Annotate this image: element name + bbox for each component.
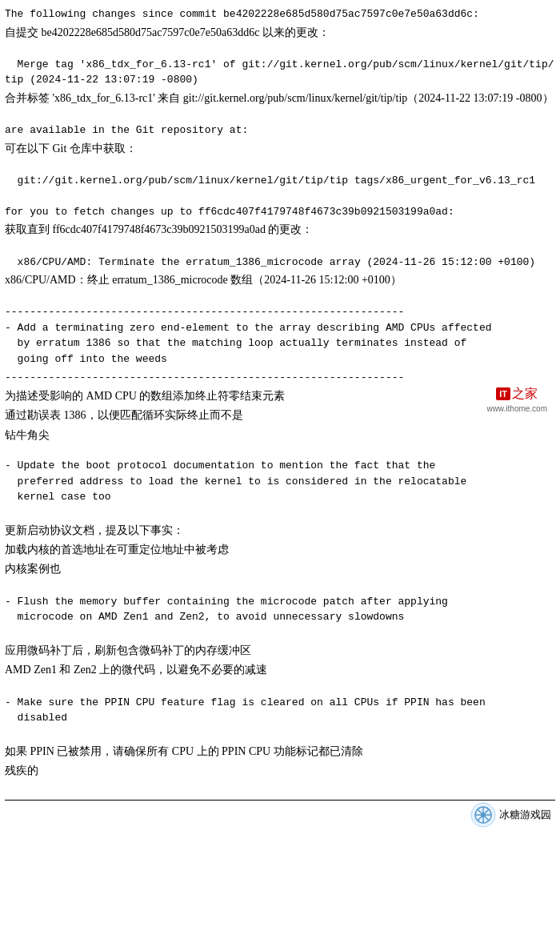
make-sure-cn-line2: 残疾的 — [5, 762, 555, 780]
add-terminating-section: - Add a terminating zero end-element to … — [5, 320, 555, 367]
bottom-section: 冰糖游戏园 — [5, 800, 555, 832]
main-content: The following changes since commit be420… — [5, 6, 555, 832]
svg-point-6 — [481, 813, 486, 817]
terminate-section: x86/CPU/AMD: Terminate the erratum_1386_… — [5, 255, 555, 290]
ithome-url: www.ithome.com — [486, 404, 547, 413]
cn-watermark-block: 为描述受影响的 AMD CPU 的数组添加终止符零结束元素 通过勘误表 1386… — [5, 386, 555, 446]
it-logo: IT — [496, 387, 510, 400]
make-sure-section: - Make sure the PPIN CPU feature flag is… — [5, 695, 555, 726]
flush-memory-line1: - Flush the memory buffer containing the… — [5, 594, 555, 610]
ithome-watermark: IT 之家 www.ithome.com — [486, 386, 547, 413]
fetch-line1: for you to fetch changes up to ff6cdc407… — [5, 204, 555, 220]
header-line1: The following changes since commit be420… — [5, 6, 555, 22]
divider1: ----------------------------------------… — [5, 304, 555, 320]
update-boot-line1: - Update the boot protocol documentation… — [5, 458, 555, 474]
make-sure-cn-line1: 如果 PPIN 已被禁用，请确保所有 CPU 上的 PPIN CPU 功能标记都… — [5, 743, 555, 760]
add-terminating-cn-block: 为描述受影响的 AMD CPU 的数组添加终止符零结束元素 通过勘误表 1386… — [5, 386, 555, 446]
terminate-line2-cn: x86/CPU/AMD：终止 erratum_1386_microcode 数组… — [5, 271, 555, 289]
merge-tag-section: Merge tag 'x86_tdx_for_6.13-rc1' of git:… — [5, 57, 555, 107]
bottom-divider — [5, 800, 555, 801]
update-boot-cn-line1: 更新启动协议文档，提及以下事实： — [5, 522, 555, 540]
flush-memory-line2: microcode on AMD Zen1 and Zen2, to avoid… — [5, 609, 555, 625]
header-line2-cn: 自提交 be4202228e685d580d75ac7597c0e7e50a63… — [5, 24, 555, 42]
available-section: are available in the Git repository at: … — [5, 122, 555, 158]
merge-tag-line1: Merge tag 'x86_tdx_for_6.13-rc1' of git:… — [5, 57, 555, 88]
update-boot-line2: preferred address to load the kernel to … — [5, 474, 555, 490]
available-line1: are available in the Git repository at: — [5, 122, 555, 138]
update-boot-line3: kernel case too — [5, 489, 555, 505]
header-section: The following changes since commit be420… — [5, 6, 555, 42]
zixun-text: 之家 — [512, 386, 538, 403]
repo-section: git://git.kernel.org/pub/scm/linux/kerne… — [5, 173, 555, 189]
flush-memory-cn-line2: AMD Zen1 和 Zen2 上的微代码，以避免不必要的减速 — [5, 661, 555, 679]
make-sure-line2: disabled — [5, 710, 555, 726]
make-sure-cn-section: 如果 PPIN 已被禁用，请确保所有 CPU 上的 PPIN CPU 功能标记都… — [5, 743, 555, 781]
flush-memory-section: - Flush the memory buffer containing the… — [5, 594, 555, 625]
terminate-line1: x86/CPU/AMD: Terminate the erratum_1386_… — [5, 255, 555, 271]
flush-memory-cn-line1: 应用微码补丁后，刷新包含微码补丁的内存缓冲区 — [5, 642, 555, 660]
add-term-line1: - Add a terminating zero end-element to … — [5, 320, 555, 336]
add-term-line3: going off into the weeds — [5, 351, 555, 367]
bingtan-watermark: 冰糖游戏园 — [470, 802, 551, 828]
bingtan-text: 冰糖游戏园 — [499, 808, 551, 822]
update-boot-section: - Update the boot protocol documentation… — [5, 458, 555, 505]
add-term-cn-line3: 钻牛角尖 — [5, 427, 555, 444]
ithome-logo-group: IT 之家 — [496, 386, 538, 403]
add-term-cn-line1: 为描述受影响的 AMD CPU 的数组添加终止符零结束元素 — [5, 387, 555, 405]
fetch-line2-cn: 获取直到 ff6cdc407f4179748f4673c39b092150319… — [5, 221, 555, 239]
divider2: ----------------------------------------… — [5, 370, 555, 386]
available-line2-cn: 可在以下 Git 仓库中获取： — [5, 140, 555, 158]
update-boot-cn-section: 更新启动协议文档，提及以下事实： 加载内核的首选地址在可重定位地址中被考虑 内核… — [5, 522, 555, 579]
update-boot-cn-line3: 内核案例也 — [5, 560, 555, 578]
fetch-section: for you to fetch changes up to ff6cdc407… — [5, 204, 555, 239]
repo-line1: git://git.kernel.org/pub/scm/linux/kerne… — [5, 173, 555, 189]
add-term-line2: by erratum 1386 so that the matching loo… — [5, 335, 555, 351]
merge-tag-line2-cn: 合并标签 'x86_tdx_for_6.13-rc1' 来自 git://git… — [5, 90, 555, 107]
update-boot-cn-line2: 加载内核的首选地址在可重定位地址中被考虑 — [5, 541, 555, 559]
add-term-cn-line2: 通过勘误表 1386，以便匹配循环实际终止而不是 — [5, 407, 555, 424]
flush-memory-cn-section: 应用微码补丁后，刷新包含微码补丁的内存缓冲区 AMD Zen1 和 Zen2 上… — [5, 642, 555, 680]
make-sure-line1: - Make sure the PPIN CPU feature flag is… — [5, 695, 555, 711]
bingtan-icon — [470, 802, 496, 828]
